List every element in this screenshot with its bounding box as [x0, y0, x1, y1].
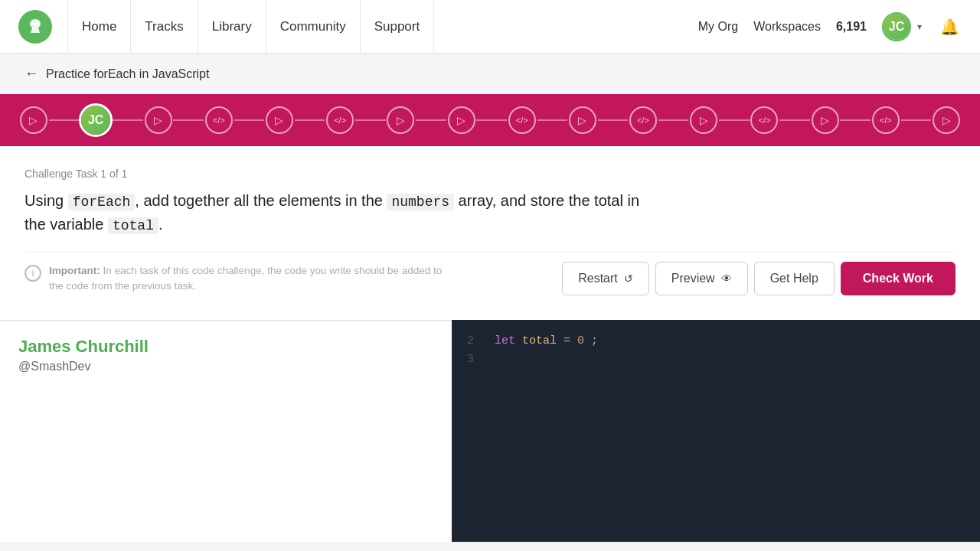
- nav-my-org[interactable]: My Org: [698, 20, 738, 34]
- code-content: 2 let total = 0 ; 3: [452, 320, 980, 381]
- track-icon-11[interactable]: </>: [629, 106, 657, 134]
- get-help-button[interactable]: Get Help: [754, 262, 835, 295]
- info-description: In each task of this code challenge, the…: [49, 265, 442, 292]
- nav-item-tracks[interactable]: Tracks: [131, 0, 198, 54]
- progress-track: ▷ JC ▷ </> ▷ </> ▷ ▷ </> ▷ <: [0, 94, 980, 146]
- challenge-code-numbers: numbers: [387, 194, 454, 210]
- track-icon-avatar[interactable]: JC: [79, 103, 113, 137]
- nav-links: Home Tracks Library Community Support: [67, 0, 434, 54]
- info-box: i Important: In each task of this code c…: [24, 263, 453, 295]
- preview-button[interactable]: Preview 👁: [655, 262, 748, 295]
- track-line-1: [49, 119, 80, 121]
- code-num-0: 0: [577, 334, 584, 347]
- track-item-1: ▷: [18, 106, 49, 134]
- track-item-7: ▷: [386, 106, 416, 134]
- track-line-12: [719, 119, 750, 121]
- check-work-label: Check Work: [863, 272, 933, 285]
- navbar: Home Tracks Library Community Support My…: [0, 0, 980, 54]
- track-icon-3[interactable]: ▷: [145, 106, 172, 134]
- track-item-16: ▷: [931, 106, 962, 134]
- track-line-4: [234, 119, 265, 121]
- track-icon-4[interactable]: </>: [205, 106, 233, 134]
- breadcrumb: ← Practice forEach in JavaScript: [0, 54, 980, 94]
- track-line-2: [113, 119, 143, 121]
- track-item-6: </>: [325, 106, 355, 134]
- challenge-code-foreach: forEach: [68, 194, 136, 210]
- main-content: Challenge Task 1 of 1 Using forEach, add…: [0, 146, 980, 320]
- track-line-5: [295, 119, 325, 121]
- track-icon-1[interactable]: ▷: [20, 106, 47, 134]
- track-line-7: [416, 119, 446, 121]
- editor-left-panel: James Churchill @SmashDev: [0, 320, 452, 542]
- code-line-3: 3: [467, 350, 965, 369]
- action-buttons: Restart ↺ Preview 👁 Get Help Check Work: [562, 262, 956, 295]
- track-icon-14[interactable]: ▷: [812, 106, 839, 134]
- track-icon-10[interactable]: ▷: [569, 106, 596, 134]
- back-button[interactable]: ←: [24, 66, 38, 82]
- nav-item-library[interactable]: Library: [198, 0, 266, 54]
- info-text: Important: In each task of this code cha…: [49, 263, 453, 295]
- track-icon-9[interactable]: </>: [508, 106, 536, 134]
- nav-right: My Org Workspaces 6,191 JC ▾ 🔔: [698, 12, 962, 41]
- challenge-text-end: .: [158, 216, 163, 233]
- user-display-name: James Churchill: [18, 337, 433, 357]
- track-item-12: ▷: [688, 106, 719, 134]
- eye-icon: 👁: [721, 272, 732, 285]
- track-item-13: </>: [750, 106, 780, 134]
- info-label: Important:: [49, 265, 100, 276]
- avatar[interactable]: JC: [882, 12, 911, 41]
- track-line-8: [476, 119, 507, 121]
- avatar-initials: JC: [884, 14, 910, 40]
- code-semi-1: ;: [591, 334, 598, 347]
- user-popup: James Churchill @SmashDev: [0, 321, 452, 389]
- code-keyword-let: let: [495, 334, 522, 347]
- track-item-2: JC: [79, 103, 113, 137]
- check-work-button[interactable]: Check Work: [841, 262, 956, 295]
- track-item-9: </>: [507, 106, 537, 134]
- track-item-11: </>: [628, 106, 658, 134]
- code-var-total: total: [522, 334, 557, 347]
- action-row: i Important: In each task of this code c…: [24, 252, 956, 305]
- track-line-14: [840, 119, 871, 121]
- track-line-3: [173, 119, 204, 121]
- user-handle: @SmashDev: [18, 360, 433, 373]
- nav-points: 6,191: [836, 20, 867, 34]
- track-icon-16[interactable]: ▷: [933, 106, 960, 134]
- code-op-equals: =: [564, 334, 577, 347]
- nav-workspaces[interactable]: Workspaces: [753, 20, 821, 34]
- track-line-15: [901, 119, 932, 121]
- track-item-5: ▷: [264, 106, 295, 134]
- track-icon-13[interactable]: </>: [750, 106, 778, 134]
- track-icon-8[interactable]: ▷: [448, 106, 475, 134]
- track-icon-12[interactable]: ▷: [690, 106, 717, 134]
- line-number-3: 3: [467, 350, 482, 369]
- get-help-label: Get Help: [770, 272, 818, 285]
- nav-item-support[interactable]: Support: [361, 0, 435, 54]
- nav-item-home[interactable]: Home: [67, 0, 131, 54]
- logo[interactable]: [18, 10, 52, 44]
- code-line-2: 2 let total = 0 ;: [467, 332, 965, 350]
- preview-label: Preview: [671, 272, 715, 285]
- track-line-6: [355, 119, 386, 121]
- editor-area: James Churchill @SmashDev 2 let total = …: [0, 320, 980, 542]
- chevron-down-icon[interactable]: ▾: [917, 21, 922, 32]
- challenge-code-total: total: [108, 217, 158, 234]
- challenge-title: Using forEach, add together all the elem…: [24, 189, 956, 236]
- code-editor[interactable]: 2 let total = 0 ; 3: [452, 320, 980, 542]
- notification-bell-icon[interactable]: 🔔: [937, 15, 962, 39]
- restart-button[interactable]: Restart ↺: [562, 262, 649, 295]
- track-icon-7[interactable]: ▷: [387, 106, 414, 134]
- track-icon-5[interactable]: ▷: [266, 106, 293, 134]
- challenge-label: Challenge Task 1 of 1: [24, 168, 956, 180]
- nav-item-community[interactable]: Community: [266, 0, 361, 54]
- track-icon-15[interactable]: </>: [872, 106, 900, 134]
- info-icon: i: [24, 265, 41, 282]
- challenge-text-mid: , add together all the elements in the: [135, 192, 387, 209]
- code-text-2: let total = 0 ;: [495, 332, 598, 350]
- track-icon-6[interactable]: </>: [326, 106, 354, 134]
- track-item-10: ▷: [567, 106, 598, 134]
- challenge-text-prefix: Using: [24, 192, 68, 209]
- track-line-11: [658, 119, 689, 121]
- track-item-14: ▷: [810, 106, 841, 134]
- track-item-3: ▷: [143, 106, 174, 134]
